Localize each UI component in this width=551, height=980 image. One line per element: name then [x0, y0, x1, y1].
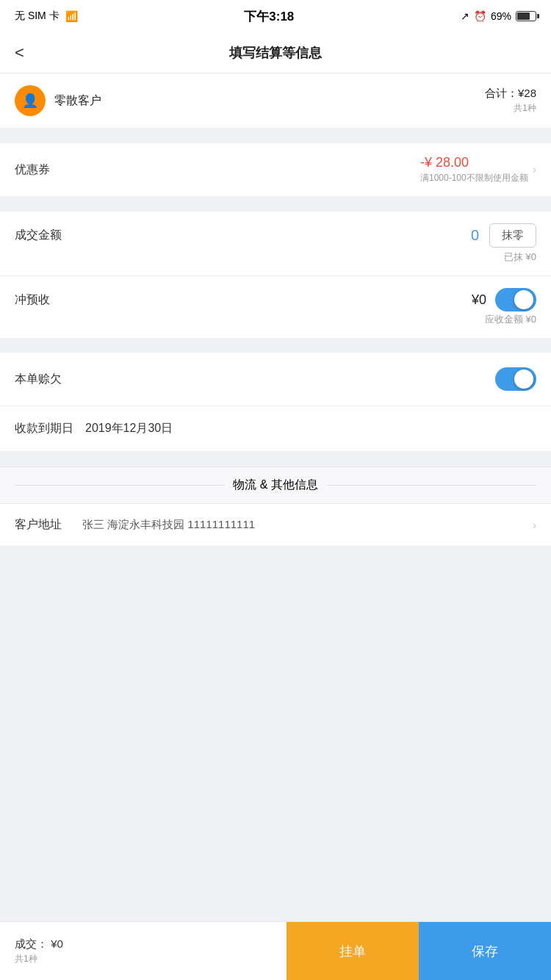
prepay-value: ¥0: [472, 292, 486, 308]
address-label: 客户地址: [15, 517, 73, 533]
save-button[interactable]: 保存: [419, 922, 551, 980]
due-date-label: 收款到期日: [15, 421, 73, 436]
hang-button[interactable]: 挂单: [287, 922, 419, 980]
separator-2: [0, 204, 551, 212]
prepay-toggle[interactable]: [495, 288, 536, 311]
amount-row: 成交金额 0 抹零 已抹 ¥0: [0, 212, 551, 276]
status-time: 下午3:18: [244, 8, 294, 25]
prepay-bottom: 应收金额 ¥0: [15, 313, 536, 326]
location-icon: ↗: [461, 10, 469, 22]
coupon-chevron: ›: [533, 163, 536, 176]
avatar-icon: 👤: [22, 93, 38, 109]
amount-top: 成交金额 0 抹零: [15, 223, 536, 248]
coupon-section[interactable]: 优惠券 -¥ 28.00 满1000-100不限制使用金额 ›: [0, 143, 551, 197]
battery-icon: [516, 11, 536, 21]
alarm-icon: ⏰: [474, 10, 486, 22]
wifi-icon: 📶: [65, 10, 78, 22]
separator-4: [0, 459, 551, 466]
separator-1: [0, 136, 551, 143]
logistics-divider: 物流 & 其他信息: [0, 466, 551, 504]
address-chevron: ›: [533, 519, 536, 532]
separator-3: [0, 345, 551, 353]
address-section[interactable]: 客户地址 张三 海淀永丰科技园 11111111111 ›: [0, 504, 551, 546]
status-left: 无 SIM 卡 📶: [15, 10, 78, 23]
customer-total: 合计：¥28: [485, 87, 536, 101]
status-bar: 无 SIM 卡 📶 下午3:18 ↗ ⏰ 69%: [0, 0, 551, 32]
back-button[interactable]: <: [15, 43, 24, 62]
coupon-amount: -¥ 28.00: [420, 155, 528, 170]
customer-section: 👤 零散客户 合计：¥28 共1种: [0, 73, 551, 129]
customer-name: 零散客户: [54, 93, 101, 109]
amount-bottom: 已抹 ¥0: [15, 251, 536, 264]
bottom-info: 成交： ¥0 共1种: [0, 937, 287, 965]
due-date-value[interactable]: 2019年12月30日: [85, 421, 173, 436]
empty-space: [0, 553, 551, 700]
coupon-label: 优惠券: [15, 162, 73, 178]
debt-row: 本单赊欠: [0, 353, 551, 406]
nav-bar: < 填写结算等信息: [0, 32, 551, 73]
content-area: 👤 零散客户 合计：¥28 共1种 优惠券 -¥ 28.00 满1000-100…: [0, 73, 551, 774]
coupon-desc: 满1000-100不限制使用金额: [420, 172, 528, 184]
deal-amount-section: 成交金额 0 抹零 已抹 ¥0 冲预收 ¥0 应收金额 ¥0: [0, 212, 551, 338]
address-row[interactable]: 客户地址 张三 海淀永丰科技园 11111111111 ›: [0, 504, 551, 546]
status-right: ↗ ⏰ 69%: [461, 10, 536, 22]
debt-label: 本单赊欠: [15, 372, 62, 387]
prepay-sub-text: 应收金额 ¥0: [485, 313, 536, 326]
divider-line: 物流 & 其他信息: [15, 478, 536, 493]
bottom-deal-label: 成交：: [15, 937, 48, 950]
round-zero-button[interactable]: 抹零: [489, 223, 536, 248]
customer-avatar: 👤: [15, 85, 46, 116]
logistics-label: 物流 & 其他信息: [233, 478, 318, 493]
bottom-deal-value: ¥0: [51, 937, 63, 950]
prepay-label: 冲预收: [15, 292, 73, 308]
coupon-right: -¥ 28.00 满1000-100不限制使用金额 ›: [420, 155, 536, 184]
coupon-row[interactable]: 优惠券 -¥ 28.00 满1000-100不限制使用金额 ›: [15, 155, 536, 184]
customer-row: 👤 零散客户 合计：¥28 共1种: [0, 73, 551, 129]
prepay-row: 冲预收 ¥0 应收金额 ¥0: [0, 276, 551, 338]
page-title: 填写结算等信息: [229, 44, 322, 62]
due-date-row: 收款到期日 2019年12月30日: [15, 421, 536, 436]
customer-count: 共1种: [485, 102, 536, 115]
bottom-count: 共1种: [15, 953, 272, 965]
address-value: 张三 海淀永丰科技园 11111111111: [82, 518, 533, 532]
no-sim-text: 无 SIM 卡: [15, 10, 60, 23]
bottom-bar: 成交： ¥0 共1种 挂单 保存: [0, 921, 551, 980]
battery-percent: 69%: [491, 10, 511, 22]
customer-left: 👤 零散客户: [15, 85, 101, 116]
prepay-top: 冲预收 ¥0: [15, 288, 536, 311]
due-date-section: 收款到期日 2019年12月30日: [0, 406, 551, 452]
amount-sub-text: 已抹 ¥0: [504, 251, 536, 264]
bottom-deal-text: 成交： ¥0: [15, 937, 272, 951]
deal-amount-value[interactable]: 0: [471, 227, 479, 244]
customer-right: 合计：¥28 共1种: [485, 87, 536, 115]
deal-amount-label: 成交金额: [15, 228, 73, 243]
debt-section: 本单赊欠 收款到期日 2019年12月30日: [0, 353, 551, 452]
debt-toggle[interactable]: [495, 367, 536, 391]
coupon-row-container[interactable]: 优惠券 -¥ 28.00 满1000-100不限制使用金额 ›: [0, 143, 551, 197]
